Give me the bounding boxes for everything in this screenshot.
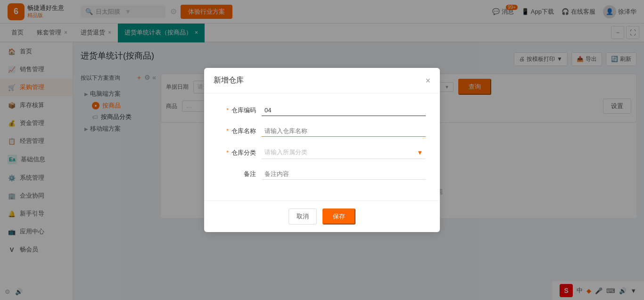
modal-footer: 取消 保存 bbox=[204, 200, 440, 232]
modal-body: * 仓库编码 * 仓库名称 * 仓库分类 请输入所属 bbox=[204, 93, 440, 200]
code-field-row: * 仓库编码 bbox=[218, 105, 426, 116]
code-required-star: * bbox=[226, 107, 229, 114]
modal-close-btn[interactable]: × bbox=[425, 76, 430, 85]
code-label-text: 仓库编码 bbox=[231, 107, 256, 114]
category-placeholder: 请输入所属分类 bbox=[264, 148, 307, 157]
remark-label-text: 备注 bbox=[244, 170, 256, 177]
add-warehouse-modal: 新增仓库 × * 仓库编码 * 仓库名称 bbox=[204, 68, 440, 232]
modal-title: 新增仓库 bbox=[214, 75, 244, 85]
cancel-btn[interactable]: 取消 bbox=[289, 208, 317, 225]
save-btn[interactable]: 保存 bbox=[322, 208, 355, 225]
name-label-text: 仓库名称 bbox=[231, 127, 256, 134]
category-field-row: * 仓库分类 请输入所属分类 ▼ bbox=[218, 146, 426, 159]
name-input[interactable] bbox=[262, 125, 426, 137]
remark-field-row: 备注 bbox=[218, 168, 426, 180]
category-arrow-icon: ▼ bbox=[417, 149, 423, 156]
name-field-row: * 仓库名称 bbox=[218, 125, 426, 137]
remark-input[interactable] bbox=[262, 168, 426, 180]
name-required-star: * bbox=[226, 127, 229, 134]
code-label: * 仓库编码 bbox=[218, 106, 256, 115]
category-required-star: * bbox=[226, 149, 229, 156]
modal-header: 新增仓库 × bbox=[204, 68, 440, 93]
category-label-text: 仓库分类 bbox=[231, 149, 256, 156]
category-label: * 仓库分类 bbox=[218, 149, 256, 157]
code-input[interactable] bbox=[262, 105, 426, 116]
category-select[interactable]: 请输入所属分类 ▼ bbox=[262, 146, 426, 159]
remark-label: 备注 bbox=[218, 170, 256, 178]
name-label: * 仓库名称 bbox=[218, 127, 256, 135]
modal-overlay: 新增仓库 × * 仓库编码 * 仓库名称 bbox=[0, 0, 644, 300]
